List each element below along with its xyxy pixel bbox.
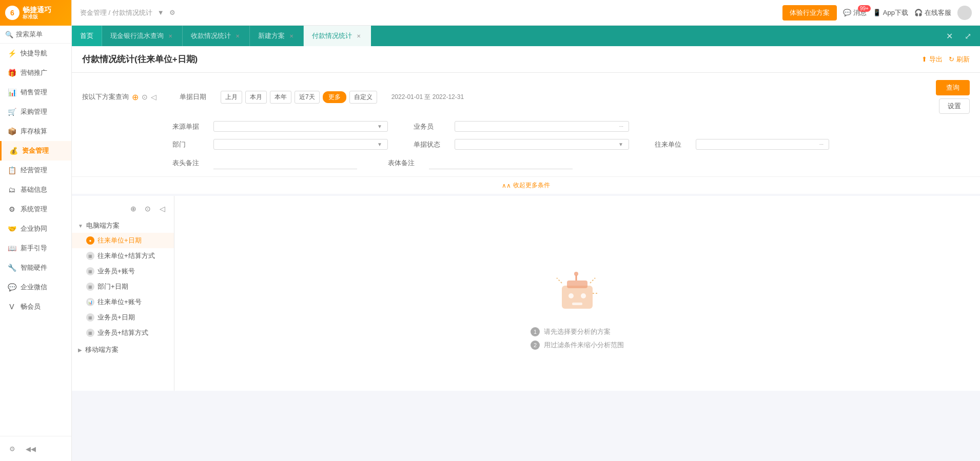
refresh-btn[interactable]: ↻ 刷新 bbox=[949, 55, 970, 64]
scheme-group-pc-header[interactable]: ▼ 电脑端方案 bbox=[72, 218, 174, 233]
left-panel: ⊕ ⊙ ◁ ▼ 电脑端方案 ● 往来单位+日期 bbox=[72, 196, 174, 391]
dropdown-arrow-icon[interactable]: ▼ bbox=[158, 9, 164, 16]
tab-new-scheme-label: 新建方案 bbox=[258, 31, 285, 41]
sidebar-item-wechat[interactable]: 💬 企业微信 bbox=[0, 277, 71, 297]
messages-btn[interactable]: 💬 消息 99+ bbox=[843, 8, 867, 17]
hardware-icon: 🔧 bbox=[7, 263, 16, 272]
tab-cash-flow-close[interactable]: ✕ bbox=[167, 32, 174, 39]
empty-tip-2: 2 用过滤条件来缩小分析范围 bbox=[531, 340, 624, 350]
sidebar-search[interactable]: 🔍 搜索菜单 bbox=[0, 26, 71, 44]
add-scheme-btn[interactable]: ⊕ bbox=[132, 92, 139, 102]
wechat-icon: 💬 bbox=[7, 283, 16, 292]
tab-collection-stats[interactable]: 收款情况统计 ✕ bbox=[183, 26, 250, 46]
purchase-icon: 🛒 bbox=[7, 107, 16, 116]
export-btn[interactable]: ⬆ 导出 bbox=[922, 55, 943, 64]
tab-cash-flow[interactable]: 现金银行流水查询 ✕ bbox=[102, 26, 183, 46]
counterpart-select[interactable]: ··· bbox=[696, 139, 829, 150]
online-service-btn[interactable]: 🎧 在线客服 bbox=[914, 8, 951, 17]
scheme-item-salesman-account[interactable]: ▦ 业务员+账号 bbox=[72, 264, 174, 279]
date-btn-last-month[interactable]: 上月 bbox=[221, 91, 242, 104]
doc-status-label: 单据状态 bbox=[414, 140, 444, 149]
body-note-label: 表体备注 bbox=[388, 158, 419, 168]
salesman-select[interactable]: ··· bbox=[455, 121, 629, 132]
scheme-settings-icon-btn[interactable]: ⊙ bbox=[142, 203, 153, 214]
date-btn-custom[interactable]: 自定义 bbox=[349, 91, 377, 104]
marketing-icon: 🎁 bbox=[7, 68, 16, 77]
sidebar-item-capital[interactable]: 💰 资金管理 bbox=[0, 141, 71, 161]
breadcrumb: 资金管理 / 付款情况统计 bbox=[80, 8, 152, 17]
scheme-item-counterpart-account[interactable]: 📊 往来单位+账号 bbox=[72, 294, 174, 310]
counterpart-arrow: ··· bbox=[819, 142, 824, 147]
tab-collection-close[interactable]: ✕ bbox=[234, 32, 241, 39]
dept-select[interactable]: ▼ bbox=[213, 139, 388, 150]
sales-icon: 📊 bbox=[7, 88, 16, 97]
sidebar-item-operation[interactable]: 📋 经营管理 bbox=[0, 161, 71, 180]
svg-rect-0 bbox=[562, 286, 593, 309]
sidebar-item-guide[interactable]: 📖 新手引导 bbox=[0, 238, 71, 258]
tab-home-label: 首页 bbox=[80, 31, 93, 41]
tab-new-scheme[interactable]: 新建方案 ✕ bbox=[250, 26, 304, 46]
scheme-item-salesman-date[interactable]: ▦ 业务员+日期 bbox=[72, 310, 174, 325]
sidebar-item-purchase[interactable]: 🛒 采购管理 bbox=[0, 102, 71, 122]
tab-payment-stats-close[interactable]: ✕ bbox=[355, 32, 362, 39]
date-btn-this-year[interactable]: 本年 bbox=[270, 91, 291, 104]
scheme-item-label: 往来单位+结算方式 bbox=[97, 251, 155, 260]
sidebar-item-label: 采购管理 bbox=[21, 107, 47, 116]
add-scheme-icon-btn[interactable]: ⊕ bbox=[128, 203, 139, 214]
sidebar-item-enterprise[interactable]: 🤝 企业协同 bbox=[0, 219, 71, 238]
tab-home[interactable]: 首页 bbox=[72, 26, 102, 46]
date-btn-7days[interactable]: 近7天 bbox=[295, 91, 320, 104]
tab-payment-stats-label: 付款情况统计 bbox=[312, 31, 352, 41]
quick-nav-icon: ⚡ bbox=[7, 49, 16, 58]
tab-expand-btn[interactable]: ⤢ bbox=[961, 29, 975, 43]
scheme-item-counterpart-settlement[interactable]: ▦ 往来单位+结算方式 bbox=[72, 248, 174, 264]
sidebar-item-label: 新手引导 bbox=[21, 244, 47, 253]
scheme-item-dept-date[interactable]: ▦ 部门+日期 bbox=[72, 279, 174, 294]
settings-gear-btn[interactable]: ⚙ bbox=[169, 9, 175, 16]
scheme-item-salesman-settlement[interactable]: ▦ 业务员+结算方式 bbox=[72, 325, 174, 340]
scheme-settings-btn[interactable]: ⊙ bbox=[142, 93, 148, 101]
sidebar-item-label: 库存核算 bbox=[21, 127, 47, 136]
doc-status-select[interactable]: ▼ bbox=[455, 139, 629, 150]
query-btn[interactable]: 查询 bbox=[936, 80, 970, 95]
date-label: 单据日期 bbox=[180, 92, 210, 102]
source-select[interactable]: ▼ bbox=[213, 121, 388, 132]
sidebar-item-label: 企业协同 bbox=[21, 224, 47, 233]
collapse-panel-btn[interactable]: ◁ bbox=[151, 93, 156, 101]
export-icon: ⬆ bbox=[922, 55, 927, 63]
tab-new-scheme-close[interactable]: ✕ bbox=[288, 32, 295, 39]
scheme-item-counterpart-date[interactable]: ● 往来单位+日期 bbox=[72, 233, 174, 248]
header-note-input[interactable] bbox=[213, 157, 357, 169]
scheme-query-label: 按以下方案查询 bbox=[82, 92, 129, 102]
sidebar-item-hardware[interactable]: 🔧 智能硬件 bbox=[0, 258, 71, 277]
operation-icon: 📋 bbox=[7, 166, 16, 175]
body-note-input[interactable] bbox=[429, 157, 573, 169]
collapse-btn[interactable]: ∧∧ 收起更多条件 bbox=[502, 181, 550, 190]
sidebar-item-sales[interactable]: 📊 销售管理 bbox=[0, 83, 71, 102]
sidebar-item-member[interactable]: V 畅会员 bbox=[0, 297, 71, 316]
settings-icon-btn[interactable]: ⚙ bbox=[5, 442, 19, 456]
date-btn-this-month[interactable]: 本月 bbox=[245, 91, 267, 104]
sidebar-item-inventory[interactable]: 📦 库存核算 bbox=[0, 122, 71, 141]
app-version: 标准版 bbox=[23, 14, 51, 20]
sidebar-item-basic[interactable]: 🗂 基础信息 bbox=[0, 180, 71, 199]
date-btn-more[interactable]: 更多 bbox=[323, 91, 346, 103]
tab-close-all-btn[interactable]: ✕ bbox=[942, 29, 956, 43]
panel-collapse-btn[interactable]: ◁ bbox=[156, 203, 168, 214]
user-avatar[interactable] bbox=[957, 6, 972, 20]
collapse-sidebar-btn[interactable]: ◀◀ bbox=[24, 442, 38, 456]
scheme-group-mobile-header[interactable]: ▶ 移动端方案 bbox=[72, 343, 174, 357]
sidebar-item-system[interactable]: ⚙ 系统管理 bbox=[0, 199, 71, 219]
settings-btn[interactable]: 设置 bbox=[939, 98, 970, 114]
sidebar-item-marketing[interactable]: 🎁 营销推广 bbox=[0, 63, 71, 83]
scheme-active-icon: ● bbox=[86, 236, 94, 245]
pc-group-label: 电脑端方案 bbox=[86, 221, 120, 230]
page-header-actions: ⬆ 导出 ↻ 刷新 bbox=[922, 55, 970, 64]
filter-section: 按以下方案查询 ⊕ ⊙ ◁ 单据日期 上月 本月 本年 近7天 更多 bbox=[72, 73, 980, 194]
date-range-area: 2022-01-01 至 2022-12-31 bbox=[389, 93, 464, 102]
trial-btn[interactable]: 体验行业方案 bbox=[782, 5, 837, 21]
app-download-btn[interactable]: 📱 App下载 bbox=[873, 8, 908, 17]
scheme-icon: ▦ bbox=[86, 252, 94, 260]
tab-payment-stats[interactable]: 付款情况统计 ✕ bbox=[304, 26, 371, 46]
sidebar-item-quick-nav[interactable]: ⚡ 快捷导航 bbox=[0, 44, 71, 63]
